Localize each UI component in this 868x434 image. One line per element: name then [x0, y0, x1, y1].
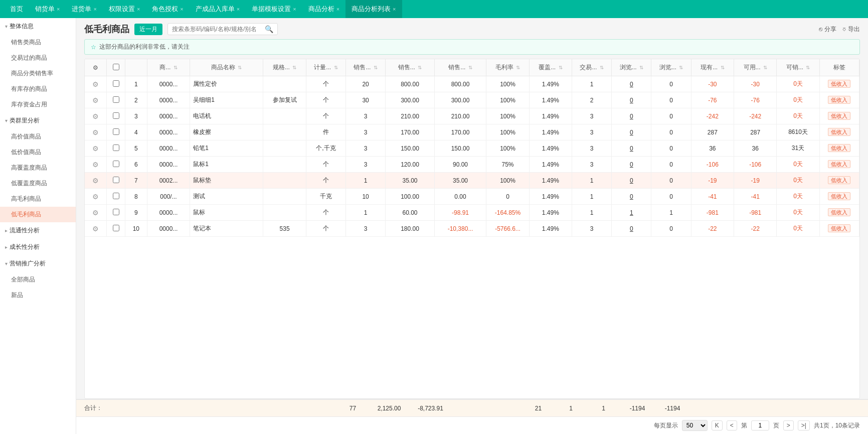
sidebar-item-capital[interactable]: 库存资金占用: [0, 97, 76, 112]
saleable-column-header[interactable]: 可销... ⇅: [777, 59, 819, 76]
checkbox-cell[interactable]: [107, 157, 125, 173]
checkbox-cell[interactable]: [107, 221, 125, 237]
current-column-header[interactable]: 现有... ⇅: [691, 59, 734, 76]
spec-column-header[interactable]: 规格... ⇅: [263, 59, 306, 76]
sidebar-item-in-stock[interactable]: 有库存的商品: [0, 81, 76, 97]
sidebar-item-sales-products[interactable]: 销售类商品: [0, 35, 76, 50]
checkbox-cell[interactable]: [107, 92, 125, 108]
sidebar-item-low-coverage[interactable]: 低覆盖度商品: [0, 176, 76, 191]
period-button[interactable]: 近一月: [134, 24, 162, 35]
row-checkbox[interactable]: [113, 225, 119, 231]
view1-column-header[interactable]: 浏览... ⇅: [612, 59, 651, 76]
sidebar-item-high-value[interactable]: 高价值商品: [0, 129, 76, 144]
settings-cell[interactable]: ⚙: [85, 221, 107, 237]
sales-price-column-header[interactable]: 销售... ⇅: [386, 59, 435, 76]
settings-cell[interactable]: ⚙: [85, 124, 107, 140]
view1-cell[interactable]: 0: [612, 108, 651, 124]
select-all-checkbox[interactable]: [113, 64, 119, 70]
checkbox-cell[interactable]: [107, 205, 125, 221]
settings-cell[interactable]: ⚙: [85, 76, 107, 92]
sidebar-item-high-coverage[interactable]: 高覆盖度商品: [0, 160, 76, 176]
page-number-input[interactable]: [751, 420, 769, 430]
next-page-button[interactable]: >: [783, 420, 794, 430]
row-checkbox[interactable]: [113, 144, 119, 151]
view1-cell[interactable]: 0: [612, 76, 651, 92]
sidebar-item-all-products[interactable]: 全部商品: [0, 272, 76, 287]
coverage-column-header[interactable]: 覆盖... ⇅: [529, 59, 572, 76]
first-page-button[interactable]: K: [712, 420, 723, 430]
available-column-header[interactable]: 可用... ⇅: [734, 59, 777, 76]
close-icon[interactable]: ×: [393, 6, 396, 12]
sidebar-group-marketing[interactable]: ▾ 营销推广分析: [0, 255, 76, 272]
last-page-button[interactable]: >|: [798, 420, 810, 430]
close-icon[interactable]: ×: [180, 6, 183, 12]
sidebar-item-low-value[interactable]: 低价值商品: [0, 144, 76, 160]
nav-permissions[interactable]: 权限设置 ×: [103, 0, 146, 18]
close-icon[interactable]: ×: [57, 6, 60, 12]
settings-cell[interactable]: ⚙: [85, 92, 107, 108]
row-checkbox[interactable]: [113, 193, 119, 199]
unit-column-header[interactable]: 计量... ⇅: [306, 59, 345, 76]
gross-rate-column-header[interactable]: 毛利率 ⇅: [486, 59, 529, 76]
sidebar-group-overview[interactable]: ▾ 整体信息: [0, 18, 76, 35]
trade-column-header[interactable]: 交易... ⇅: [572, 59, 612, 76]
export-button[interactable]: ⎏ 导出: [842, 25, 860, 34]
search-input[interactable]: [172, 26, 265, 33]
settings-cell[interactable]: ⚙: [85, 140, 107, 157]
checkbox-column-header[interactable]: [107, 59, 125, 76]
view1-cell[interactable]: 0: [612, 221, 651, 237]
per-page-select[interactable]: 50 20 100: [682, 420, 708, 431]
checkbox-cell[interactable]: [107, 124, 125, 140]
row-checkbox[interactable]: [113, 80, 119, 87]
settings-cell[interactable]: ⚙: [85, 189, 107, 205]
nav-product-analysis-list[interactable]: 商品分析列表 ×: [345, 0, 402, 18]
checkbox-cell[interactable]: [107, 173, 125, 189]
row-checkbox[interactable]: [113, 128, 119, 135]
checkbox-cell[interactable]: [107, 140, 125, 157]
sidebar-group-growth[interactable]: ▸ 成长性分析: [0, 239, 76, 255]
row-checkbox[interactable]: [113, 177, 119, 183]
checkbox-cell[interactable]: [107, 108, 125, 124]
row-checkbox[interactable]: [113, 209, 119, 215]
sidebar-item-category-rate[interactable]: 商品分类销售率: [0, 66, 76, 81]
nav-home[interactable]: 首页: [4, 0, 29, 18]
close-icon[interactable]: ×: [93, 6, 96, 12]
view1-cell[interactable]: 0: [612, 157, 651, 173]
sidebar-item-new-products[interactable]: 新品: [0, 287, 76, 303]
nav-sales[interactable]: 销货单 ×: [29, 0, 66, 18]
checkbox-cell[interactable]: [107, 189, 125, 205]
view1-cell[interactable]: 0: [612, 92, 651, 108]
checkbox-cell[interactable]: [107, 76, 125, 92]
view1-cell[interactable]: 0: [612, 189, 651, 205]
view1-cell[interactable]: 0: [612, 173, 651, 189]
code-column-header[interactable]: 商... ⇅: [147, 59, 190, 76]
settings-cell[interactable]: ⚙: [85, 205, 107, 221]
row-checkbox[interactable]: [113, 161, 119, 167]
nav-roles[interactable]: 角色授权 ×: [146, 0, 189, 18]
name-column-header[interactable]: 商品名称 ⇅: [190, 59, 263, 76]
close-icon[interactable]: ×: [137, 6, 140, 12]
view1-cell[interactable]: 1: [612, 205, 651, 221]
sales-qty-column-header[interactable]: 销售... ⇅: [345, 59, 385, 76]
close-icon[interactable]: ×: [293, 6, 296, 12]
settings-cell[interactable]: ⚙: [85, 108, 107, 124]
settings-cell[interactable]: ⚙: [85, 173, 107, 189]
close-icon[interactable]: ×: [237, 6, 240, 12]
sidebar-item-high-margin[interactable]: 高毛利商品: [0, 191, 76, 207]
nav-product-entry[interactable]: 产成品入库单 ×: [190, 0, 246, 18]
nav-product-analysis[interactable]: 商品分析 ×: [302, 0, 345, 18]
sidebar-group-cluster[interactable]: ▾ 类群里分析: [0, 112, 76, 129]
sidebar-group-liquidity[interactable]: ▸ 流通性分析: [0, 222, 76, 239]
sales-amount-column-header[interactable]: 销售... ⇅: [434, 59, 486, 76]
view1-cell[interactable]: 0: [612, 124, 651, 140]
nav-purchase[interactable]: 进货单 ×: [66, 0, 102, 18]
sidebar-item-traded-products[interactable]: 交易过的商品: [0, 50, 76, 66]
settings-cell[interactable]: ⚙: [85, 157, 107, 173]
close-icon[interactable]: ×: [336, 6, 339, 12]
row-checkbox[interactable]: [113, 96, 119, 103]
settings-column-header[interactable]: ⚙: [85, 59, 107, 76]
sidebar-item-low-margin[interactable]: 低毛利商品: [0, 207, 76, 222]
search-icon[interactable]: 🔍: [265, 25, 273, 33]
row-checkbox[interactable]: [113, 112, 119, 119]
share-button[interactable]: ⎋ 分享: [819, 25, 836, 34]
